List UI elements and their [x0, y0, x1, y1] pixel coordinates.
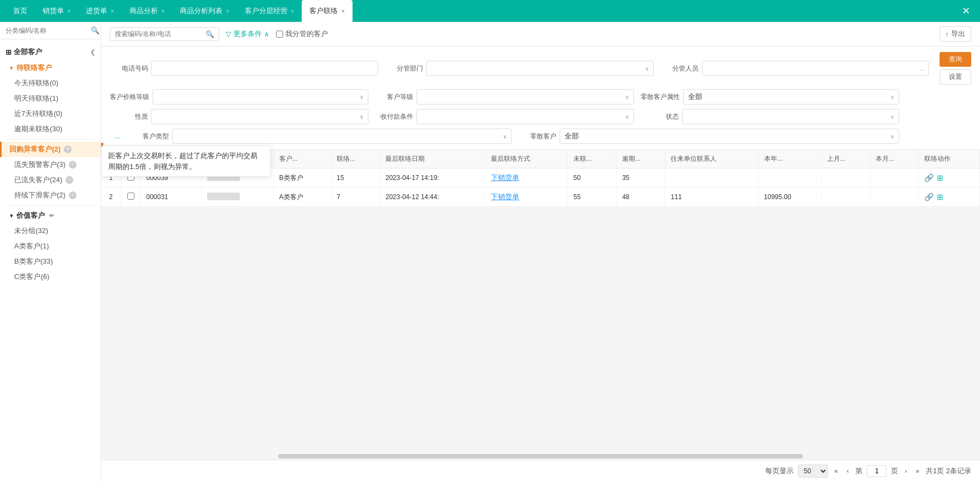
dept-arrow-icon: ∨: [645, 66, 649, 72]
col-overdue: 逾期...: [617, 150, 665, 169]
next-page-button[interactable]: ›: [902, 466, 909, 476]
person-select[interactable]: ...: [702, 61, 929, 76]
nav-customer-tiering[interactable]: 客户分层经营 ×: [237, 0, 302, 22]
row2-grid-icon[interactable]: ⊞: [937, 193, 943, 201]
horizontal-scrollbar[interactable]: [101, 453, 980, 460]
filter-more-dots: ...: [110, 132, 124, 140]
page-number-input[interactable]: [867, 465, 887, 477]
row1-grid-icon[interactable]: ⊞: [937, 173, 943, 182]
sidebar-item-tomorrow[interactable]: 明天待联络(1): [0, 91, 101, 106]
nav-home[interactable]: 首页: [5, 0, 35, 22]
search-box: 🔍: [110, 27, 219, 41]
table-scroll-container[interactable]: ⚙ 客户编码 客户名称 客户... 联络... 最后联络日期 最后联络方式 未联…: [101, 150, 980, 453]
declining-help-icon[interactable]: ?: [69, 191, 77, 199]
sidebar-item-churned[interactable]: 已流失客户(24) ?: [0, 172, 101, 188]
close-all-button[interactable]: ✕: [958, 5, 975, 17]
customer-type-select[interactable]: ∨: [172, 129, 512, 144]
close-contact-icon[interactable]: ×: [341, 8, 344, 14]
close-purchase-order-icon[interactable]: ×: [110, 8, 114, 14]
sidebar-value-customers-title[interactable]: ▼ 价值客户 ✏: [0, 208, 101, 223]
scrollbar-thumb[interactable]: [278, 454, 803, 458]
sidebar-divider-1: [5, 139, 95, 140]
more-dots-button[interactable]: ...: [110, 132, 124, 140]
filter-row-3: 性质 ∨ 收付款条件 ∨ 状态: [110, 109, 971, 124]
sidebar-item-declining[interactable]: 持续下滑客户(2) ?: [0, 188, 101, 203]
retail-attr-arrow-icon: ∨: [890, 94, 894, 100]
customer-level-select[interactable]: ∨: [416, 89, 633, 104]
col-year-amount: 本年...: [758, 150, 821, 169]
sidebar-item-class-c[interactable]: C类客户(6): [0, 269, 101, 284]
row1-last-month: [821, 169, 870, 188]
sidebar-waiting-section: ▼ 待联络客户 今天待联络(0) 明天待联络(1) 近7天待联络(0) 逾期未联…: [0, 60, 101, 137]
sidebar-item-ungrouped[interactable]: 未分组(32): [0, 223, 101, 239]
my-customers-filter[interactable]: 我分管的客户: [276, 29, 328, 39]
first-page-button[interactable]: «: [832, 466, 841, 476]
edit-icon[interactable]: ✏: [49, 212, 54, 219]
per-page-select[interactable]: 50 100 200: [798, 464, 828, 478]
retail-customer-select[interactable]: 全部 ∨: [560, 129, 899, 144]
price-level-select[interactable]: ∨: [152, 89, 368, 104]
pagination-bar: 每页显示 50 100 200 « ‹ 第 页 › » 共1页 2条记录: [101, 460, 980, 482]
sidebar-collapse-icon[interactable]: ❮: [90, 49, 95, 56]
churned-help-icon[interactable]: ?: [66, 176, 73, 184]
gender-select[interactable]: ∨: [151, 109, 368, 124]
col-customer-type: 客户...: [273, 150, 331, 169]
nav-sales-order[interactable]: 销货单 ×: [35, 0, 78, 22]
close-product-analysis-icon[interactable]: ×: [161, 8, 165, 14]
row1-link-icon[interactable]: 🔗: [924, 173, 934, 182]
dept-select[interactable]: ∨: [426, 61, 653, 76]
row2-last-way[interactable]: 下销货单: [485, 188, 568, 207]
sidebar-all-customers[interactable]: ⊞ 全部客户 ❮: [0, 44, 101, 60]
churn-warning-help-icon[interactable]: ?: [69, 161, 77, 169]
row2-year-amount: 10995.00: [758, 188, 821, 207]
nav-product-analysis-list[interactable]: 商品分析列表 ×: [172, 0, 237, 22]
row1-year-amount: [758, 169, 821, 188]
retail-attr-select[interactable]: 全部 ∨: [683, 89, 899, 104]
nav-customer-contact[interactable]: 客户联络 ×: [302, 0, 352, 22]
sidebar-item-class-a[interactable]: A类客户(1): [0, 239, 101, 254]
row2-link-icon[interactable]: 🔗: [924, 193, 934, 201]
sidebar-item-today[interactable]: 今天待联络(0): [0, 76, 101, 91]
filter-retail-customer: 零散客户 全部 ∨: [518, 129, 899, 144]
row2-checkbox[interactable]: [121, 188, 140, 207]
sidebar-item-repurchase-anomaly[interactable]: 回购异常客户(2) ?: [0, 142, 101, 157]
status-select[interactable]: ∨: [682, 109, 899, 124]
sidebar-content: ⊞ 全部客户 ❮ ▼ 待联络客户 今天待联络(0) 明天待联络(1) 近7天待联…: [0, 39, 101, 482]
last-page-button[interactable]: »: [913, 466, 922, 476]
close-tiering-icon[interactable]: ×: [291, 8, 294, 14]
row2-contact: 7: [331, 188, 380, 207]
phone-input[interactable]: [151, 61, 378, 76]
sidebar-item-overdue[interactable]: 逾期未联络(30): [0, 121, 101, 137]
payment-select[interactable]: ∨: [416, 109, 633, 124]
sidebar-item-class-b[interactable]: B类客户(33): [0, 254, 101, 269]
export-button[interactable]: ↑ 导出: [940, 26, 972, 42]
filter-price-level: 客户价格等级 ∨: [110, 89, 368, 104]
export-icon: ↑: [946, 30, 949, 38]
setting-button[interactable]: 设置: [940, 69, 971, 85]
row1-last-date: 2023-04-17 14:19:: [380, 169, 485, 188]
more-conditions-button[interactable]: ▽ 更多条件 ∧: [226, 29, 269, 39]
sidebar-waiting-title[interactable]: ▼ 待联络客户: [0, 60, 101, 76]
row1-last-way[interactable]: 下销货单: [485, 169, 568, 188]
sidebar-item-churn-warning[interactable]: 流失预警客户(3) ?: [0, 157, 101, 172]
main-search-icon[interactable]: 🔍: [206, 30, 214, 38]
row2-name: [202, 188, 273, 207]
sidebar-search-input[interactable]: [5, 27, 87, 34]
payment-arrow-icon: ∨: [625, 114, 629, 120]
close-sales-order-icon[interactable]: ×: [67, 8, 71, 14]
my-customers-checkbox[interactable]: [276, 31, 283, 38]
sidebar-search-icon[interactable]: 🔍: [91, 26, 99, 34]
sidebar-search-bar: 🔍: [0, 22, 101, 39]
row2-no: 2: [101, 188, 121, 207]
nav-product-analysis[interactable]: 商品分析 ×: [122, 0, 172, 22]
main-search-input[interactable]: [115, 30, 202, 38]
sidebar-item-7days[interactable]: 近7天待联络(0): [0, 106, 101, 121]
query-button[interactable]: 查询: [940, 52, 971, 67]
col-last-month: 上月...: [821, 150, 870, 169]
nav-purchase-order[interactable]: 进货单 ×: [78, 0, 121, 22]
filter-status: 状态 ∨: [641, 109, 899, 124]
prev-page-button[interactable]: ‹: [844, 466, 851, 476]
repurchase-anomaly-help-icon[interactable]: ?: [64, 146, 72, 153]
close-product-list-icon[interactable]: ×: [226, 8, 229, 14]
filter-customer-level: 客户等级 ∨: [375, 89, 633, 104]
